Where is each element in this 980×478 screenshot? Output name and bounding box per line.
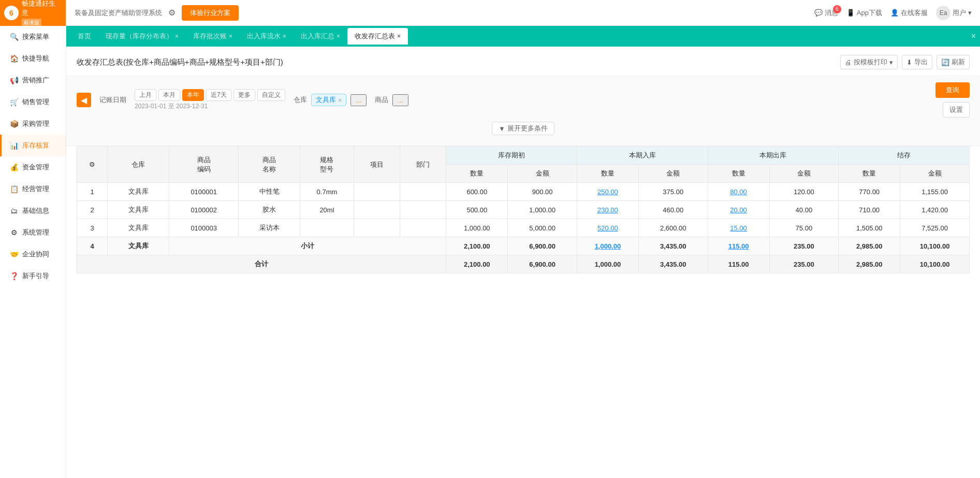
guide-icon: ❓ <box>10 272 18 280</box>
tab-stock-flow[interactable]: 出入库流水 × <box>240 28 294 45</box>
filter-toggle-button[interactable]: ◀ <box>77 93 91 107</box>
th-balance-qty: 数量 <box>839 165 900 183</box>
sidebar-item-finance[interactable]: 💰 资金管理 <box>0 156 66 178</box>
subtotal-in-qty[interactable]: 1,000.00 <box>577 237 638 255</box>
sidebar-label-purchase: 采购管理 <box>22 119 49 128</box>
print-button[interactable]: 🖨 按模板打印 ▾ <box>840 55 898 69</box>
tab-stock-batch[interactable]: 库存批次账 × <box>186 28 240 45</box>
table-settings-icon[interactable]: ⚙ <box>89 161 95 168</box>
user-menu-button[interactable]: Ea 用户 ▾ <box>936 6 972 20</box>
warehouse-more-button[interactable]: ... <box>350 94 367 106</box>
app-download-button[interactable]: 📱 App下载 <box>846 8 882 18</box>
page-title: 收发存汇总表(按仓库+商品编码+商品+规格型号+项目+部门) <box>77 57 283 67</box>
row2-out-qty[interactable]: 20.00 <box>708 201 769 219</box>
row3-in-qty[interactable]: 520.00 <box>577 219 638 237</box>
data-table: ⚙ 仓库 商品编码 商品名称 规格型号 项目 部门 库存期初 本期入库 本期出库… <box>77 146 970 273</box>
tab-label-stock-dist: 现存量（库存分布表） <box>106 32 173 41</box>
row3-opening-amt: 5,000.00 <box>508 219 577 237</box>
refresh-button[interactable]: 🔄 刷新 <box>937 55 970 69</box>
gear-setting-icon[interactable]: ⚙ <box>168 8 175 18</box>
finance-icon: 💰 <box>10 163 18 171</box>
row1-balance-amt: 1,155.00 <box>900 183 970 201</box>
th-gear[interactable]: ⚙ <box>77 147 108 183</box>
th-goods-spec: 规格型号 <box>300 147 354 183</box>
sidebar-item-basic-info[interactable]: 🗂 基础信息 <box>0 200 66 222</box>
warehouse-tag-close-button[interactable]: × <box>338 96 342 104</box>
tab-stock-dist[interactable]: 现存量（库存分布表） × <box>98 28 186 45</box>
row3-out-qty[interactable]: 15.00 <box>708 219 769 237</box>
th-dept: 部门 <box>400 147 446 183</box>
query-button[interactable]: 查询 <box>935 82 970 98</box>
sidebar-item-operations[interactable]: 📋 经营管理 <box>0 178 66 200</box>
sidebar-item-marketing[interactable]: 📢 营销推广 <box>0 69 66 91</box>
table-total-row: 合计 2,100.00 6,900.00 1,000.00 3,435.00 1… <box>77 255 970 273</box>
tab-close-recv-send[interactable]: × <box>397 33 401 40</box>
message-icon: 💬 <box>814 9 823 17</box>
row3-balance-qty: 1,505.00 <box>839 219 900 237</box>
goods-filter-label: 商品 <box>375 95 388 105</box>
operations-icon: 📋 <box>10 185 18 193</box>
tab-close-stock-summary[interactable]: × <box>337 33 340 40</box>
online-service-button[interactable]: 👤 在线客服 <box>890 8 928 18</box>
row2-in-qty[interactable]: 230.00 <box>577 201 638 219</box>
message-button[interactable]: 💬 消息 6 <box>814 8 838 18</box>
filter-setting-button[interactable]: 设置 <box>943 102 970 118</box>
date-btn-last-month[interactable]: 上月 <box>135 89 156 101</box>
sidebar-item-search[interactable]: 🔍 搜索菜单 <box>0 26 66 48</box>
sales-icon: 🛒 <box>10 98 18 106</box>
sidebar-item-inventory[interactable]: 📊 库存核算 <box>0 135 66 156</box>
date-btn-7days[interactable]: 近7天 <box>206 89 231 101</box>
refresh-label: 刷新 <box>952 57 965 67</box>
expand-conditions-button[interactable]: ▼ 展开更多条件 <box>492 122 554 135</box>
print-icon: 🖨 <box>845 59 852 66</box>
sidebar-logo: 6 畅捷通好生意 标准版 <box>0 0 66 26</box>
date-btn-custom[interactable]: 自定义 <box>257 89 285 101</box>
sidebar-item-purchase[interactable]: 📦 采购管理 <box>0 113 66 135</box>
subtotal-out-qty[interactable]: 115.00 <box>708 237 769 255</box>
sidebar-item-system[interactable]: ⚙ 系统管理 <box>0 222 66 243</box>
row3-warehouse: 文具库 <box>108 219 169 237</box>
inventory-icon: 📊 <box>10 141 18 150</box>
sidebar-item-cooperation[interactable]: 🤝 企业协同 <box>0 243 66 265</box>
logo-line1: 畅捷通好生意 <box>22 0 62 18</box>
tab-recv-send[interactable]: 收发存汇总表 × <box>347 28 408 45</box>
sidebar: 6 畅捷通好生意 标准版 🔍 搜索菜单 🏠 快捷导航 📢 营销推广 🛒 销售管理… <box>0 0 66 478</box>
phone-icon: 📱 <box>846 9 855 17</box>
sidebar-item-quick-nav[interactable]: 🏠 快捷导航 <box>0 48 66 69</box>
sidebar-label-operations: 经营管理 <box>22 184 49 194</box>
date-btn-more[interactable]: 更多 <box>233 89 255 101</box>
sidebar-item-guide[interactable]: ❓ 新手引导 <box>0 265 66 287</box>
tab-close-stock-dist[interactable]: × <box>175 33 179 40</box>
date-btn-this-year[interactable]: 本年 <box>182 89 204 101</box>
chevron-down-icon: ▾ <box>968 9 972 17</box>
tab-home[interactable]: 首页 <box>70 28 98 45</box>
date-btn-this-month[interactable]: 本月 <box>158 89 180 101</box>
row1-out-amt: 120.00 <box>769 183 839 201</box>
row1-goods-name: 中性笔 <box>239 183 300 201</box>
close-all-tabs-button[interactable]: × <box>971 32 976 41</box>
row3-in-amt: 2,600.00 <box>638 219 708 237</box>
row2-opening-qty: 500.00 <box>446 201 508 219</box>
row2-balance-amt: 1,420.00 <box>900 201 970 219</box>
service-icon: 👤 <box>890 9 899 17</box>
export-label: 导出 <box>914 57 928 67</box>
row1-out-qty[interactable]: 80.00 <box>708 183 769 201</box>
goods-more-button[interactable]: ... <box>392 94 408 106</box>
try-industry-button[interactable]: 体验行业方案 <box>182 5 239 21</box>
filter-row-main: ◀ 记账日期 上月 本月 本年 近7天 更多 自定义 2023-01-01 至 … <box>77 82 970 118</box>
row3-index: 3 <box>77 219 108 237</box>
tab-close-stock-batch[interactable]: × <box>229 33 232 40</box>
filter-area: ◀ 记账日期 上月 本月 本年 近7天 更多 自定义 2023-01-01 至 … <box>66 76 980 146</box>
th-group-balance: 结存 <box>839 147 970 165</box>
th-opening-qty: 数量 <box>446 165 508 183</box>
export-button[interactable]: ⬇ 导出 <box>902 55 932 69</box>
row2-goods-spec: 20ml <box>300 201 354 219</box>
cooperation-icon: 🤝 <box>10 250 18 258</box>
row1-in-qty[interactable]: 250.00 <box>577 183 638 201</box>
refresh-icon: 🔄 <box>941 59 949 66</box>
row1-balance-qty: 770.00 <box>839 183 900 201</box>
sidebar-item-sales[interactable]: 🛒 销售管理 <box>0 91 66 113</box>
total-balance-amt: 10,100.00 <box>900 255 970 273</box>
tab-close-stock-flow[interactable]: × <box>283 33 286 40</box>
tab-stock-summary[interactable]: 出入库汇总 × <box>294 28 347 45</box>
